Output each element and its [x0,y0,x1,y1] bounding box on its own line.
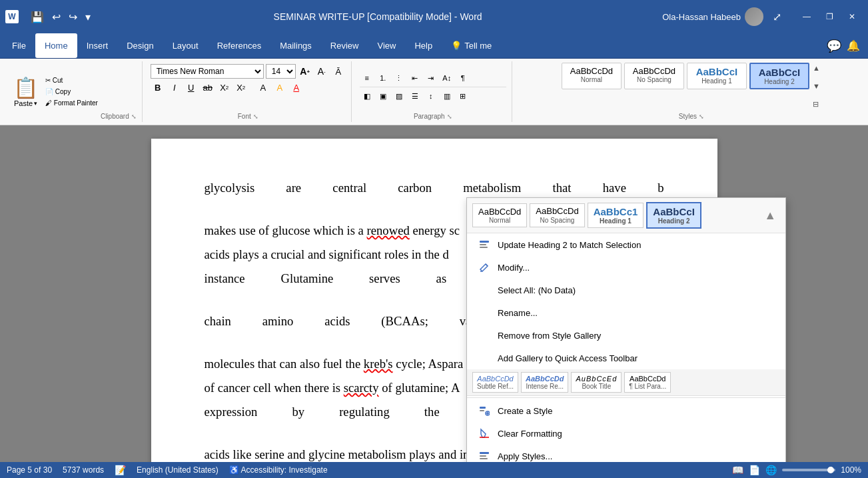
user-info[interactable]: Ola-Hassan Habeeb [662,7,763,26]
cut-button[interactable]: ✂ Cut [43,75,101,85]
gallery-normal[interactable]: AaBbCcDd Normal [472,203,527,227]
styles-scroll-down-button[interactable]: ▼ [811,81,821,91]
styles-scroll-up-button[interactable]: ▲ [811,63,821,73]
menu-review[interactable]: Review [321,33,368,58]
style-no-spacing[interactable]: AaBbCcDd No Spacing [624,63,684,89]
update-heading-label: Update Heading 2 to Match Selection [498,240,775,250]
menu-help[interactable]: Help [405,33,442,58]
bold-button[interactable]: B [151,80,165,95]
font-size-select[interactable]: 14 [266,64,296,79]
gallery-book-title[interactable]: AuBbCcEd Book Title [571,372,622,393]
accessibility-status[interactable]: ♿ Accessibility: Investigate [229,465,328,475]
format-painter-icon: 🖌 [45,99,52,107]
close-button[interactable]: ✕ [841,7,863,27]
save-button[interactable]: 💾 [28,9,47,25]
redo-button[interactable]: ↪ [66,9,80,25]
text-effects-button[interactable]: A [256,80,270,95]
menu-home[interactable]: Home [35,33,77,58]
view-web-button[interactable]: 🌐 [765,465,777,475]
clipboard-expand-icon[interactable]: ⤡ [131,113,137,120]
clear-formatting-item[interactable]: Clear Formatting [467,422,785,445]
fullscreen-button[interactable]: ⤢ [769,9,785,25]
highlight-color-button[interactable]: A [272,80,287,95]
font-color-button[interactable]: A [289,80,304,95]
justify-button[interactable]: ☰ [408,89,422,103]
svg-rect-0 [480,241,489,243]
window-title: SEMINAR WRITE-UP [Compatibility Mode] - … [93,11,662,22]
rename-icon [478,306,491,319]
menu-mailings[interactable]: Mailings [270,33,321,58]
multilevel-list-button[interactable]: ⋮ [392,71,406,85]
minimize-button[interactable]: — [796,7,817,27]
gallery-collapse-button[interactable]: ▲ [760,209,780,223]
word-app-icon: W [5,10,19,23]
copy-button[interactable]: 📄 Copy [43,87,101,97]
modify-item[interactable]: Modify... [467,256,785,279]
window-controls: — ❐ ✕ [796,7,863,27]
style-heading2[interactable]: AaBbCcI Heading 2 [749,63,809,89]
gallery-heading2[interactable]: AaBbCcI Heading 2 [646,202,701,229]
clear-format-button[interactable]: Ā [331,64,346,79]
paragraph-buttons: ≡ 1. ⋮ ⇤ ⇥ A↕ ¶ ◧ ▣ ▨ ☰ ↕ ▥ ⊞ [360,71,506,103]
menu-file[interactable]: File [3,33,35,58]
numbering-button[interactable]: 1. [376,71,390,85]
decrease-font-button[interactable]: A- [314,64,329,79]
menu-references[interactable]: References [208,33,270,58]
align-right-button[interactable]: ▨ [392,89,406,103]
style-heading1[interactable]: AaBbCcI Heading 1 [687,63,747,89]
show-formatting-button[interactable]: ¶ [456,71,470,85]
font-group-label: Font [238,113,251,120]
menu-insert[interactable]: Insert [77,33,118,58]
italic-button[interactable]: I [167,80,182,95]
increase-indent-button[interactable]: ⇥ [424,71,438,85]
view-read-button[interactable]: 📖 [732,465,743,475]
sort-button[interactable]: A↕ [440,71,454,85]
apply-styles-item[interactable]: Apply Styles... [467,445,785,462]
comments-button[interactable]: 💬 [827,39,841,53]
subscript-button[interactable]: X2 [217,80,232,95]
gallery-heading1[interactable]: AaBbCc1 Heading 1 [588,203,644,228]
customize-qat-button[interactable]: ▾ [83,9,93,25]
menu-design[interactable]: Design [117,33,163,58]
format-painter-button[interactable]: 🖌 Format Painter [43,98,101,108]
font-expand-icon[interactable]: ⤡ [253,113,258,120]
remove-gallery-item[interactable]: Remove from Style Gallery [467,324,785,347]
undo-button[interactable]: ↩ [49,9,63,25]
styles-expand-icon[interactable]: ⤡ [699,113,704,120]
shading-button[interactable]: ▥ [440,89,454,103]
align-center-button[interactable]: ▣ [376,89,390,103]
update-heading-item[interactable]: Update Heading 2 to Match Selection [467,233,785,256]
decrease-indent-button[interactable]: ⇤ [408,71,422,85]
borders-button[interactable]: ⊞ [456,89,470,103]
strikethrough-button[interactable]: ab [201,80,215,95]
paste-dropdown-icon[interactable]: ▾ [34,100,37,107]
rename-item[interactable]: Rename... [467,301,785,324]
bullets-button[interactable]: ≡ [360,71,374,85]
share-button[interactable]: 🔔 [847,39,860,52]
styles-more-button[interactable]: ⊟ [811,99,821,110]
create-style-item[interactable]: Create a Style [467,399,785,422]
gallery-intense-re[interactable]: AaBbCcDd Intense Re... [521,372,568,393]
menu-tell-me[interactable]: 💡 Tell me [442,33,501,58]
paragraph-expand-icon[interactable]: ⤡ [447,113,452,120]
view-layout-button[interactable]: 📄 [749,465,760,475]
gallery-no-spacing[interactable]: AaBbCcDd No Spacing [530,203,584,227]
increase-font-button[interactable]: A+ [298,64,312,79]
font-family-select[interactable]: Times New Roman [151,64,264,79]
style-normal[interactable]: AaBbCcDd Normal [562,63,622,89]
add-toolbar-item[interactable]: Add Gallery to Quick Access Toolbar [467,347,785,369]
restore-button[interactable]: ❐ [819,7,840,27]
underline-button[interactable]: U [184,80,199,95]
paste-label: Paste [14,99,33,107]
menu-layout[interactable]: Layout [163,33,208,58]
gallery-list-para[interactable]: AaBbCcDd ¶ List Para... [624,372,671,393]
gallery-subtle-ref[interactable]: AaBbCcDd Subtle Ref... [472,372,518,393]
zoom-slider[interactable] [782,469,835,471]
menu-view[interactable]: View [368,33,405,58]
superscript-button[interactable]: X2 [234,80,248,95]
line-spacing-button[interactable]: ↕ [424,89,438,103]
select-all-item[interactable]: Select All: (No Data) [467,279,785,301]
paste-button[interactable]: 📋 Paste ▾ [11,73,41,110]
align-left-button[interactable]: ◧ [360,89,374,103]
ribbon-group-styles: AaBbCcDd Normal AaBbCcDd No Spacing AaBb… [515,61,863,122]
